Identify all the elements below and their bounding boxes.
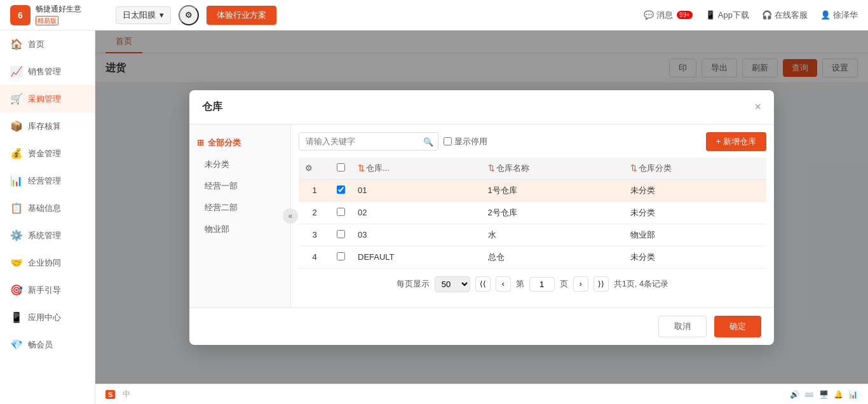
messages-button[interactable]: 💬 消息 99+ xyxy=(644,10,693,21)
grid-icon: ⊞ xyxy=(197,138,204,147)
row-checkbox[interactable] xyxy=(337,252,345,260)
category-item-unclassified[interactable]: 未分类 xyxy=(189,154,290,175)
category-item-dept2[interactable]: 经营二部 xyxy=(189,197,290,219)
row-name: 1号仓库 xyxy=(482,179,624,201)
table-row[interactable]: 2 02 2号仓库 未分类 xyxy=(299,201,766,224)
search-input[interactable] xyxy=(299,132,438,151)
status-bar: S 中 🔊 ⌨️ 🖥️ 🔔 📊 xyxy=(95,384,868,404)
sales-icon: 📈 xyxy=(10,65,23,77)
category-item-dept1[interactable]: 经营一部 xyxy=(189,175,290,197)
sidebar-item-guide[interactable]: 🎯 新手引导 xyxy=(0,276,95,304)
sidebar-item-apps[interactable]: 📱 应用中心 xyxy=(0,304,95,331)
system-icon: ⚙️ xyxy=(10,229,23,241)
header-right: 💬 消息 99+ 📱 App下载 🎧 在线客服 👤 徐泽华 xyxy=(644,10,858,21)
cancel-button[interactable]: 取消 xyxy=(658,316,707,337)
finance-icon: 💰 xyxy=(10,147,23,159)
row-num: 4 xyxy=(299,246,330,268)
sidebar-item-purchase[interactable]: 🛒 采购管理 xyxy=(0,85,95,112)
sidebar-item-member[interactable]: 💎 畅会员 xyxy=(0,331,95,358)
all-category-item[interactable]: ⊞ 全部分类 xyxy=(189,132,290,154)
messages-badge: 99+ xyxy=(677,11,693,19)
row-category: 物业部 xyxy=(624,224,766,246)
table-header-checkbox xyxy=(330,158,351,180)
purchase-icon: 🛒 xyxy=(10,93,23,105)
add-warehouse-button[interactable]: + 新增仓库 xyxy=(706,132,766,151)
modal-footer: 取消 确定 xyxy=(189,307,774,345)
settings-gear-button[interactable]: ⚙ xyxy=(179,5,199,25)
app-download-button[interactable]: 📱 App下载 xyxy=(705,10,749,21)
notification-icon: 🔔 xyxy=(834,390,843,399)
table-row[interactable]: 4 DEFAULT 总仓 未分类 xyxy=(299,246,766,268)
sidebar-item-inventory[interactable]: 📦 库存核算 xyxy=(0,112,95,140)
sidebar-item-sales[interactable]: 📈 销售管理 xyxy=(0,58,95,85)
volume-icon: 🔊 xyxy=(790,390,799,399)
s-badge: S xyxy=(105,390,115,399)
select-all-checkbox[interactable] xyxy=(337,163,345,172)
keyboard-icon: ⌨️ xyxy=(804,390,814,399)
warehouse-modal: 仓库 × ⊞ 全部分类 未分类 经营一部 经营二部 物业部 xyxy=(189,90,774,345)
search-wrap: 🔍 xyxy=(299,132,438,151)
monitor-icon: 🖥️ xyxy=(819,390,829,399)
sidebar-item-operation[interactable]: 📊 经营管理 xyxy=(0,167,95,194)
table-row[interactable]: 3 03 水 物业部 xyxy=(299,224,766,246)
sidebar-item-finance[interactable]: 💰 资金管理 xyxy=(0,140,95,167)
category-item-property[interactable]: 物业部 xyxy=(189,219,290,240)
online-service-button[interactable]: 🎧 在线客服 xyxy=(762,10,808,21)
per-page-select[interactable]: 50 20 100 xyxy=(435,276,470,292)
row-name: 水 xyxy=(482,224,624,246)
per-page-label: 每页显示 xyxy=(397,278,430,290)
modal-header: 仓库 × xyxy=(189,90,774,125)
row-checkbox[interactable] xyxy=(337,185,345,194)
confirm-button[interactable]: 确定 xyxy=(714,316,761,337)
chart-icon: 📊 xyxy=(848,390,858,399)
sidebar-item-enterprise[interactable]: 🤝 企业协同 xyxy=(0,249,95,276)
sidebar-item-home[interactable]: 🏠 首页 xyxy=(0,30,95,58)
user-profile-button[interactable]: 👤 徐泽华 xyxy=(820,10,858,21)
show-disabled-checkbox[interactable] xyxy=(444,137,452,145)
modal-overlay[interactable]: 仓库 × ⊞ 全部分类 未分类 经营一部 经营二部 物业部 xyxy=(95,30,868,404)
chevron-down-icon: ▾ xyxy=(159,10,164,20)
main-content: 首页 进货 印 导出 刷新 查询 设置 仓库 × xyxy=(95,30,868,404)
row-checkbox-cell xyxy=(330,246,351,268)
row-checkbox-cell xyxy=(330,224,351,246)
row-checkbox[interactable] xyxy=(337,230,345,238)
modal-body: ⊞ 全部分类 未分类 经营一部 经营二部 物业部 « xyxy=(189,125,774,307)
row-checkbox[interactable] xyxy=(337,208,345,216)
basicinfo-icon: 📋 xyxy=(10,202,23,214)
row-num: 3 xyxy=(299,224,330,246)
modal-close-button[interactable]: × xyxy=(754,100,761,114)
table-row[interactable]: 1 01 1号仓库 未分类 xyxy=(299,179,766,201)
first-page-button[interactable]: ⟨⟨ xyxy=(475,276,491,292)
total-info: 共1页, 4条记录 xyxy=(614,278,669,290)
operation-icon: 📊 xyxy=(10,175,23,187)
zh-label: 中 xyxy=(123,389,130,400)
trial-button[interactable]: 体验行业方案 xyxy=(207,6,276,25)
row-num: 2 xyxy=(299,201,330,224)
row-checkbox-cell xyxy=(330,201,351,224)
logo-area: 6 畅捷通好生意 精易版 xyxy=(10,4,105,25)
prev-page-button[interactable]: ‹ xyxy=(496,276,511,292)
pagination: 每页显示 50 20 100 ⟨⟨ ‹ 第 页 › xyxy=(299,269,766,300)
guide-icon: 🎯 xyxy=(10,284,23,296)
row-code: DEFAULT xyxy=(351,246,482,268)
next-page-button[interactable]: › xyxy=(573,276,588,292)
page-input[interactable] xyxy=(529,277,555,292)
table-panel: 🔍 显示停用 + 新增仓库 ⚙ xyxy=(291,125,774,307)
status-bar-icons: 🔊 ⌨️ 🖥️ 🔔 📊 xyxy=(790,390,858,399)
table-header-category: ⇅仓库分类 xyxy=(624,158,766,180)
collapse-button[interactable]: « xyxy=(283,208,298,224)
phone-icon: 📱 xyxy=(705,10,715,20)
member-icon: 💎 xyxy=(10,339,23,351)
row-category: 未分类 xyxy=(624,201,766,224)
show-disabled-label[interactable]: 显示停用 xyxy=(444,136,487,147)
row-name: 2号仓库 xyxy=(482,201,624,224)
page-unit: 页 xyxy=(560,278,568,290)
sidebar-item-system[interactable]: ⚙️ 系统管理 xyxy=(0,222,95,249)
store-selector[interactable]: 日太阳膜 ▾ xyxy=(116,6,171,24)
sidebar-item-basicinfo[interactable]: 📋 基础信息 xyxy=(0,194,95,222)
table-toolbar: 🔍 显示停用 + 新增仓库 xyxy=(299,132,766,151)
logo-icon: 6 xyxy=(10,5,31,25)
main-layout: 🏠 首页 📈 销售管理 🛒 采购管理 📦 库存核算 💰 资金管理 📊 经营管理 … xyxy=(0,30,868,404)
search-icon[interactable]: 🔍 xyxy=(423,137,433,146)
last-page-button[interactable]: ⟩⟩ xyxy=(593,276,609,292)
